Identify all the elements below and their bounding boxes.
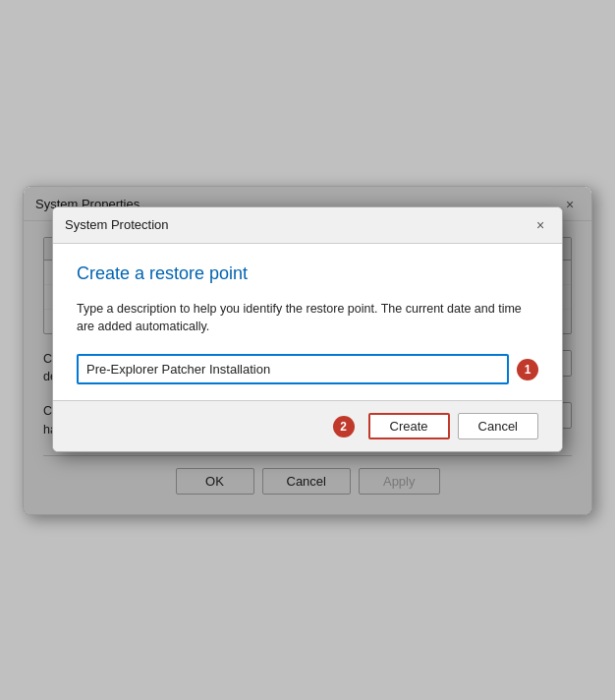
dialog-description: Type a description to help you identify … [77, 300, 538, 337]
system-protection-dialog: System Protection × Create a restore poi… [52, 206, 563, 453]
input-row: 1 [77, 354, 538, 384]
dialog-overlay: System Protection × Create a restore poi… [24, 187, 591, 514]
dialog-title-bar: System Protection × [53, 207, 562, 244]
dialog-heading: Create a restore point [77, 263, 538, 284]
dialog-close-button[interactable]: × [531, 215, 550, 235]
system-properties-window: System Properties × Available Drives Pro… [23, 186, 592, 515]
restore-point-input[interactable] [77, 354, 509, 384]
dialog-cancel-button[interactable]: Cancel [458, 413, 538, 439]
dialog-footer: 2 Create Cancel [53, 400, 562, 451]
dialog-body: Create a restore point Type a descriptio… [53, 244, 562, 401]
step1-badge: 1 [517, 359, 538, 380]
create-button[interactable]: Create [368, 413, 450, 439]
dialog-title: System Protection [65, 217, 169, 232]
step2-badge: 2 [333, 416, 355, 438]
